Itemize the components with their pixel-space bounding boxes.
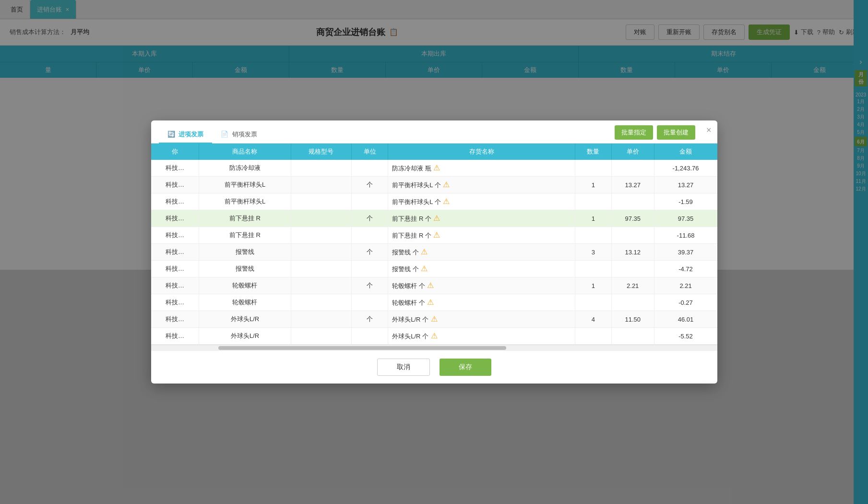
td-qty: 1 bbox=[575, 177, 611, 193]
modal-batch-actions: 批量指定 批量创建 bbox=[615, 125, 695, 140]
warning-icon: ⚠ bbox=[441, 180, 450, 189]
td-amount: -11.68 bbox=[654, 227, 717, 244]
warning-icon: ⚠ bbox=[431, 164, 440, 172]
td-amount: -4.72 bbox=[654, 261, 717, 270]
modal-close-button[interactable]: × bbox=[706, 125, 712, 135]
td-qty: 3 bbox=[575, 244, 611, 261]
td-amount: -1.59 bbox=[654, 193, 717, 210]
td-product: 前下悬挂 R bbox=[199, 227, 291, 244]
td-price: 13.27 bbox=[611, 177, 654, 193]
td-price bbox=[611, 160, 654, 177]
table-row: 科技…前平衡杆球头L前平衡杆球头L 个 ⚠-1.59 bbox=[151, 193, 717, 210]
td-inventory: 前平衡杆球头L 个 ⚠ bbox=[388, 193, 575, 210]
th-price: 单价 bbox=[611, 144, 654, 160]
tab-sales-invoice[interactable]: 📄 销项发票 bbox=[212, 126, 266, 144]
td-product: 报警线 bbox=[199, 244, 291, 261]
th-qty: 数量 bbox=[575, 144, 611, 160]
td-qty bbox=[575, 261, 611, 270]
td-qty bbox=[575, 193, 611, 210]
table-row: 科技…前下悬挂 R前下悬挂 R 个 ⚠-11.68 bbox=[151, 227, 717, 244]
table-row: 科技…报警线报警线 个 ⚠-4.72 bbox=[151, 261, 717, 270]
td-unit bbox=[352, 160, 388, 177]
td-price: 97.35 bbox=[611, 210, 654, 227]
td-inventory: 前平衡杆球头L 个 ⚠ bbox=[388, 177, 575, 193]
td-inventory: 报警线 个 ⚠ bbox=[388, 244, 575, 261]
td-inventory: 前下悬挂 R 个 ⚠ bbox=[388, 227, 575, 244]
td-spec bbox=[291, 160, 352, 177]
td-qty bbox=[575, 160, 611, 177]
td-unit bbox=[352, 261, 388, 270]
td-product: 防冻冷却液 bbox=[199, 160, 291, 177]
td-company: 科技… bbox=[151, 160, 199, 177]
td-price: 13.12 bbox=[611, 244, 654, 261]
td-unit bbox=[352, 227, 388, 244]
table-header-row: 你 商品名称 规格型号 单位 存货名称 数量 单价 金额 bbox=[151, 144, 717, 160]
td-unit: 个 bbox=[352, 244, 388, 261]
td-company: 科技… bbox=[151, 177, 199, 193]
batch-assign-button[interactable]: 批量指定 bbox=[615, 125, 653, 140]
td-qty: 1 bbox=[575, 210, 611, 227]
sales-tab-icon: 📄 bbox=[221, 131, 228, 138]
td-inventory: 防冻冷却液 瓶 ⚠ bbox=[388, 160, 575, 177]
td-spec bbox=[291, 227, 352, 244]
td-product: 前下悬挂 R bbox=[199, 210, 291, 227]
warning-icon: ⚠ bbox=[441, 197, 450, 205]
modal-header: 🔄 进项发票 📄 销项发票 批量指定 批量创建 × bbox=[151, 120, 717, 144]
td-spec bbox=[291, 261, 352, 270]
modal-table: 你 商品名称 规格型号 单位 存货名称 数量 单价 金额 科技…防冻冷却液防冻冷… bbox=[151, 144, 717, 270]
td-unit: 个 bbox=[352, 177, 388, 193]
td-amount: 13.27 bbox=[654, 177, 717, 193]
td-amount: 39.37 bbox=[654, 244, 717, 261]
td-product: 前平衡杆球头L bbox=[199, 177, 291, 193]
td-price bbox=[611, 261, 654, 270]
table-row: 科技…前平衡杆球头L个前平衡杆球头L 个 ⚠113.2713.27 bbox=[151, 177, 717, 193]
td-company: 科技… bbox=[151, 210, 199, 227]
th-spec: 规格型号 bbox=[291, 144, 352, 160]
td-spec bbox=[291, 193, 352, 210]
td-unit: 个 bbox=[352, 210, 388, 227]
td-qty bbox=[575, 227, 611, 244]
td-unit bbox=[352, 193, 388, 210]
td-product: 前平衡杆球头L bbox=[199, 193, 291, 210]
td-company: 科技… bbox=[151, 261, 199, 270]
th-unit: 单位 bbox=[352, 144, 388, 160]
td-company: 科技… bbox=[151, 227, 199, 244]
th-product-name: 商品名称 bbox=[199, 144, 291, 160]
warning-icon: ⚠ bbox=[419, 248, 428, 256]
td-spec bbox=[291, 177, 352, 193]
table-row: 科技…报警线个报警线 个 ⚠313.1239.37 bbox=[151, 244, 717, 261]
batch-create-button[interactable]: 批量创建 bbox=[657, 125, 695, 140]
td-inventory: 前下悬挂 R 个 ⚠ bbox=[388, 210, 575, 227]
th-inventory-name: 存货名称 bbox=[388, 144, 575, 160]
th-company: 你 bbox=[151, 144, 199, 160]
td-price bbox=[611, 227, 654, 244]
warning-icon: ⚠ bbox=[431, 231, 440, 239]
table-row: 科技…前下悬挂 R个前下悬挂 R 个 ⚠197.3597.35 bbox=[151, 210, 717, 227]
warning-icon: ⚠ bbox=[419, 264, 428, 270]
invoice-modal: 🔄 进项发票 📄 销项发票 批量指定 批量创建 × 你 商品名称 规格型号 bbox=[151, 120, 717, 270]
td-spec bbox=[291, 210, 352, 227]
td-inventory: 报警线 个 ⚠ bbox=[388, 261, 575, 270]
th-amount: 金额 bbox=[654, 144, 717, 160]
td-product: 报警线 bbox=[199, 261, 291, 270]
warning-icon: ⚠ bbox=[431, 214, 440, 222]
td-price bbox=[611, 193, 654, 210]
td-company: 科技… bbox=[151, 244, 199, 261]
modal-overlay: 🔄 进项发票 📄 销项发票 批量指定 批量创建 × 你 商品名称 规格型号 bbox=[0, 0, 868, 270]
table-row: 科技…防冻冷却液防冻冷却液 瓶 ⚠-1,243.76 bbox=[151, 160, 717, 177]
td-amount: 97.35 bbox=[654, 210, 717, 227]
purchase-tab-icon: 🔄 bbox=[167, 131, 175, 138]
td-company: 科技… bbox=[151, 193, 199, 210]
tab-purchase-invoice[interactable]: 🔄 进项发票 bbox=[159, 126, 213, 144]
td-amount: -1,243.76 bbox=[654, 160, 717, 177]
td-spec bbox=[291, 244, 352, 261]
